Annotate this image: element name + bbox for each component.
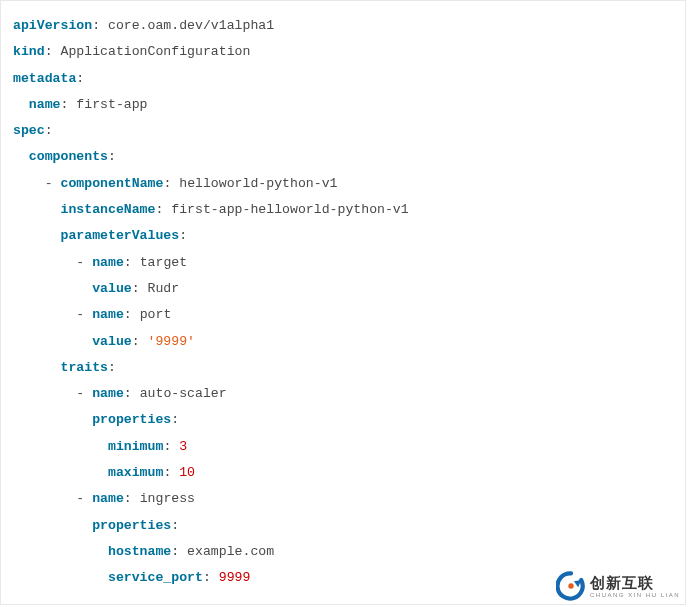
yaml-key: kind (13, 44, 45, 59)
yaml-key: value (92, 334, 132, 349)
yaml-dash: - (76, 307, 84, 322)
yaml-number: 10 (179, 465, 195, 480)
yaml-dash: - (45, 176, 53, 191)
yaml-value: helloworld-python-v1 (179, 176, 337, 191)
yaml-dash: - (76, 491, 84, 506)
yaml-value: first-app-helloworld-python-v1 (171, 202, 408, 217)
yaml-key: name (92, 491, 124, 506)
yaml-key: value (92, 281, 132, 296)
yaml-key: service_port (108, 570, 203, 585)
yaml-dash: - (76, 386, 84, 401)
yaml-key: components (29, 149, 108, 164)
yaml-value: target (140, 255, 187, 270)
yaml-value: example.com (187, 544, 274, 559)
yaml-number: 9999 (219, 570, 251, 585)
yaml-value: first-app (76, 97, 147, 112)
yaml-key: name (29, 97, 61, 112)
yaml-value: core.oam.dev/v1alpha1 (108, 18, 274, 33)
yaml-key: name (92, 255, 124, 270)
yaml-key: name (92, 307, 124, 322)
yaml-code-block: apiVersion: core.oam.dev/v1alpha1 kind: … (0, 0, 686, 605)
yaml-dash: - (76, 255, 84, 270)
yaml-key: maximum (108, 465, 163, 480)
yaml-key: apiVersion (13, 18, 92, 33)
yaml-key: componentName (61, 176, 164, 191)
yaml-key: spec (13, 123, 45, 138)
yaml-string: '9999' (148, 334, 195, 349)
yaml-key: metadata (13, 71, 76, 86)
yaml-value: Rudr (148, 281, 180, 296)
yaml-value: ApplicationConfiguration (60, 44, 250, 59)
yaml-key: parameterValues (60, 228, 179, 243)
yaml-key: instanceName (60, 202, 155, 217)
yaml-key: minimum (108, 439, 163, 454)
yaml-value: ingress (140, 491, 195, 506)
yaml-key: name (92, 386, 124, 401)
yaml-key: hostname (108, 544, 171, 559)
yaml-key: properties (92, 518, 171, 533)
yaml-key: traits (60, 360, 107, 375)
yaml-number: 3 (179, 439, 187, 454)
yaml-value: port (140, 307, 172, 322)
yaml-key: properties (92, 412, 171, 427)
yaml-value: auto-scaler (140, 386, 227, 401)
